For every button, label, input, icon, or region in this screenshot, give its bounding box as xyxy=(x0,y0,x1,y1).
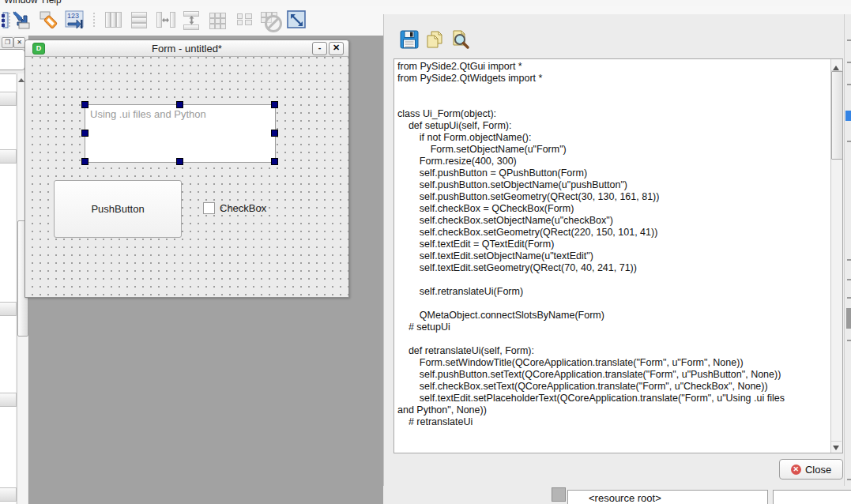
resource-browser-dock: <resource root> xyxy=(383,486,851,504)
edit-tab-order-icon[interactable]: 123 xyxy=(64,9,85,31)
copy-icon[interactable] xyxy=(424,29,445,50)
panel-mark xyxy=(847,84,851,85)
close-circle-icon: ✕ xyxy=(791,465,801,475)
break-layout-icon[interactable] xyxy=(259,9,281,31)
panel-mark xyxy=(847,259,851,261)
code-scrollbar[interactable] xyxy=(830,59,842,453)
right-panel-sliver xyxy=(844,14,851,486)
panel-mark xyxy=(847,340,851,341)
panel-mark xyxy=(847,39,851,41)
selection-handle[interactable] xyxy=(271,158,278,165)
panel-mark xyxy=(847,62,851,63)
scrollbar-thumb[interactable] xyxy=(831,71,843,160)
layout-form-icon[interactable] xyxy=(234,9,255,31)
form-designer-window: D Form - untitled* - ✕ Using .ui files a… xyxy=(24,39,349,298)
panel-close-button[interactable]: ✕ xyxy=(13,37,25,48)
resource-root-label: <resource root> xyxy=(589,492,661,504)
code-preview-dialog: from PySide2.QtGui import * from PySide2… xyxy=(383,14,844,486)
dialog-close-button[interactable]: ✕ Close xyxy=(779,459,843,480)
close-button[interactable]: ✕ xyxy=(329,42,344,55)
qt-designer-screen: Window Help xyxy=(0,0,851,504)
selection-handle[interactable] xyxy=(81,130,88,137)
layout-vertically-icon[interactable] xyxy=(129,9,150,31)
scrollbar-thumb-sliver[interactable] xyxy=(846,308,851,329)
selection-handle[interactable] xyxy=(81,101,88,108)
resource-tree[interactable]: <resource root> xyxy=(567,490,768,504)
panel-mark xyxy=(847,479,851,480)
edit-buddies-icon[interactable] xyxy=(38,9,59,31)
panel-mark xyxy=(847,297,851,299)
checkbox-box[interactable] xyxy=(203,202,215,214)
panel-float-button[interactable]: ❐ xyxy=(2,37,13,48)
pushbutton-label: PushButton xyxy=(91,203,144,215)
scroll-up-icon xyxy=(833,62,839,70)
selection-handle[interactable] xyxy=(176,101,183,108)
scroll-down-button[interactable] xyxy=(831,441,842,453)
scroll-up-button[interactable] xyxy=(831,59,842,71)
close-button-label: Close xyxy=(805,464,831,476)
widget-category-header[interactable] xyxy=(0,393,17,407)
layout-grid-icon[interactable] xyxy=(207,9,228,31)
widget-category-header[interactable] xyxy=(0,302,17,316)
layout-vertical-splitter-icon[interactable] xyxy=(181,9,202,31)
code-text: from PySide2.QtGui import * from PySide2… xyxy=(397,61,824,428)
textedit-widget[interactable]: Using .ui files and Python xyxy=(85,104,276,163)
textedit-placeholder: Using .ui files and Python xyxy=(90,108,206,120)
widget-list[interactable] xyxy=(0,73,16,504)
panel-mark xyxy=(847,279,851,280)
selection-handle[interactable] xyxy=(271,130,278,137)
pushbutton-widget[interactable]: PushButton xyxy=(54,180,182,238)
selection-handle[interactable] xyxy=(271,101,278,108)
layout-horizontally-icon[interactable] xyxy=(103,9,124,31)
minimize-button[interactable]: - xyxy=(312,42,327,55)
form-canvas[interactable]: Using .ui files and Python PushButton Ch… xyxy=(25,57,348,296)
selected-item-sliver[interactable] xyxy=(845,111,851,121)
layout-horizontal-splitter-icon[interactable] xyxy=(155,9,176,31)
edit-signals-slots-icon[interactable] xyxy=(11,9,32,31)
widget-category-header[interactable] xyxy=(0,487,17,502)
scroll-up-icon[interactable] xyxy=(18,75,24,82)
resource-toolbar-button[interactable] xyxy=(552,487,566,502)
toolbar-separator xyxy=(9,13,10,28)
save-icon[interactable] xyxy=(399,29,420,50)
scroll-down-icon xyxy=(833,446,839,453)
widget-filter-input[interactable] xyxy=(0,49,25,70)
widget-category-header[interactable] xyxy=(0,92,17,106)
selection-handle[interactable] xyxy=(81,158,88,165)
panel-mark xyxy=(847,141,851,142)
tab-order-123-glyph: 123 xyxy=(67,12,79,20)
form-window-title: Form - untitled* xyxy=(25,43,348,55)
code-editor[interactable]: from PySide2.QtGui import * from PySide2… xyxy=(393,58,843,453)
resource-preview-box[interactable] xyxy=(773,490,851,504)
widget-category-header[interactable] xyxy=(0,149,17,164)
menubar: Window Help xyxy=(0,0,851,6)
checkbox-widget[interactable]: CheckBox xyxy=(203,201,266,214)
menu-window[interactable]: Window xyxy=(4,0,38,6)
adjust-size-icon[interactable] xyxy=(286,9,307,31)
checkbox-label: CheckBox xyxy=(220,202,266,214)
form-window-titlebar[interactable]: D Form - untitled* - ✕ xyxy=(25,40,348,57)
selection-handle[interactable] xyxy=(176,158,183,165)
find-icon[interactable] xyxy=(450,29,470,50)
toolbar-separator xyxy=(93,13,95,28)
menu-help[interactable]: Help xyxy=(42,0,62,6)
